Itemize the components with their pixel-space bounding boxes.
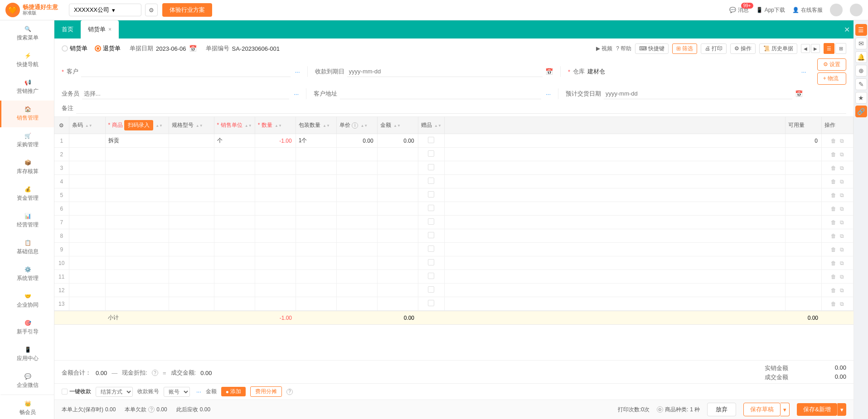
save-draft-button[interactable]: 保存草稿 [743, 403, 781, 416]
row-qty[interactable] [255, 243, 296, 256]
row-goods[interactable] [105, 229, 169, 243]
row-goods[interactable] [105, 297, 169, 311]
account-select[interactable]: 账号 [164, 387, 190, 397]
goods-type-circle[interactable]: ⊙ [657, 406, 663, 413]
row-qty[interactable]: -1.00 [255, 134, 296, 148]
row-price[interactable] [336, 161, 377, 175]
row-gift[interactable] [418, 148, 444, 161]
date-value[interactable]: 2023-06-06 [156, 45, 186, 52]
row-amount[interactable] [377, 297, 418, 311]
row-barcode[interactable] [69, 202, 105, 216]
row-pack-qty[interactable] [296, 297, 336, 311]
delete-icon[interactable]: 🗑 [831, 165, 836, 171]
gift-checkbox[interactable] [428, 273, 434, 279]
row-unit[interactable] [214, 148, 255, 161]
payment-info-icon[interactable]: ? [286, 389, 293, 395]
sidebar-item-apps[interactable]: 📱 应用中心 [0, 341, 54, 368]
copy-icon[interactable]: ⧉ [840, 219, 844, 226]
filter-tool[interactable]: ⊞ 筛选 [672, 43, 697, 54]
row-amount[interactable] [377, 161, 418, 175]
row-gift[interactable] [418, 229, 444, 243]
sidebar-item-collab[interactable]: 🤝 企业协同 [0, 288, 54, 314]
save-new-dropdown-button[interactable]: ▾ [837, 403, 846, 416]
delete-icon[interactable]: 🗑 [831, 192, 836, 198]
gift-checkbox[interactable] [428, 259, 434, 265]
total-debt-icon[interactable]: ? [148, 406, 155, 413]
delete-icon[interactable]: 🗑 [831, 233, 836, 239]
col-price-sort[interactable]: ▲▼ [360, 124, 368, 128]
delete-icon[interactable]: 🗑 [831, 138, 836, 144]
sidebar-item-base[interactable]: 📋 基础信息 [0, 234, 54, 261]
row-gift[interactable] [418, 161, 444, 175]
row-barcode[interactable] [69, 284, 105, 297]
row-barcode[interactable] [69, 161, 105, 175]
row-goods[interactable] [105, 188, 169, 202]
rt-btn-star[interactable]: ★ [855, 92, 867, 104]
expected-delivery-input[interactable] [604, 88, 792, 99]
row-pack-qty[interactable] [296, 270, 336, 284]
row-gift[interactable] [418, 270, 444, 284]
row-barcode[interactable] [69, 134, 105, 148]
row-spec[interactable] [169, 243, 214, 256]
table-scroll[interactable]: ⚙ 条码 ▲▼ * 商品 扫码录入 ▲▼ [54, 117, 853, 360]
discard-button[interactable]: 放弃 [707, 403, 736, 416]
row-amount[interactable] [377, 256, 418, 270]
row-unit[interactable] [214, 161, 255, 175]
copy-icon[interactable]: ⧉ [840, 301, 844, 307]
avatar2[interactable] [850, 4, 863, 16]
sidebar-item-member[interactable]: 👑 畅会员 [0, 395, 54, 419]
copy-icon[interactable]: ⧉ [840, 151, 844, 158]
next-record-button[interactable]: ▶ [811, 44, 820, 53]
save-new-button[interactable]: 保存&新增 [797, 403, 837, 416]
row-price[interactable] [336, 202, 377, 216]
row-pack-qty[interactable] [296, 202, 336, 216]
col-barcode-sort[interactable]: ▲▼ [85, 124, 92, 128]
gift-checkbox[interactable] [428, 232, 434, 238]
discount-info-icon[interactable]: ? [152, 370, 158, 376]
row-pack-qty[interactable] [296, 161, 336, 175]
row-goods[interactable] [105, 148, 169, 161]
row-goods[interactable] [105, 216, 169, 229]
row-spec[interactable] [169, 216, 214, 229]
row-spec[interactable] [169, 229, 214, 243]
delivery-calendar-icon[interactable]: 📅 [795, 90, 803, 97]
row-amount[interactable] [377, 229, 418, 243]
copy-icon[interactable]: ⧉ [840, 233, 844, 239]
sidebar-item-search[interactable]: 🔍 搜索菜单 [0, 20, 54, 47]
row-unit[interactable] [214, 284, 255, 297]
row-pack-qty[interactable] [296, 243, 336, 256]
row-qty[interactable] [255, 256, 296, 270]
row-amount[interactable] [377, 202, 418, 216]
row-qty[interactable] [255, 297, 296, 311]
row-spec[interactable] [169, 297, 214, 311]
copy-icon[interactable]: ⧉ [840, 206, 844, 212]
row-pack-qty[interactable] [296, 175, 336, 188]
gift-checkbox[interactable] [428, 218, 434, 225]
row-qty[interactable] [255, 161, 296, 175]
notes-input[interactable] [76, 103, 846, 114]
row-price[interactable] [336, 148, 377, 161]
sidebar-item-wechat[interactable]: 💬 企业微信 [0, 368, 54, 395]
row-barcode[interactable] [69, 148, 105, 161]
gift-checkbox[interactable] [428, 150, 434, 157]
row-goods[interactable] [105, 243, 169, 256]
row-goods[interactable] [105, 284, 169, 297]
sidebar-item-operations[interactable]: 📊 经营管理 [0, 207, 54, 234]
delete-icon[interactable]: 🗑 [831, 151, 836, 158]
row-unit[interactable] [214, 175, 255, 188]
row-pack-qty[interactable] [296, 284, 336, 297]
row-gift[interactable] [418, 243, 444, 256]
row-pack-qty[interactable]: 1个 [296, 134, 336, 148]
row-qty[interactable] [255, 270, 296, 284]
close-all-tabs-icon[interactable]: ✕ [844, 25, 850, 34]
delete-icon[interactable]: 🗑 [831, 206, 836, 212]
row-pack-qty[interactable] [296, 148, 336, 161]
row-spec[interactable] [169, 148, 214, 161]
row-goods[interactable] [105, 161, 169, 175]
row-amount[interactable] [377, 243, 418, 256]
row-spec[interactable] [169, 134, 214, 148]
message-button[interactable]: 💬 消息 99+ [729, 6, 749, 14]
col-qty-sort[interactable]: ▲▼ [275, 124, 282, 128]
rt-btn-list[interactable]: ☰ [855, 24, 867, 36]
row-goods[interactable] [105, 256, 169, 270]
